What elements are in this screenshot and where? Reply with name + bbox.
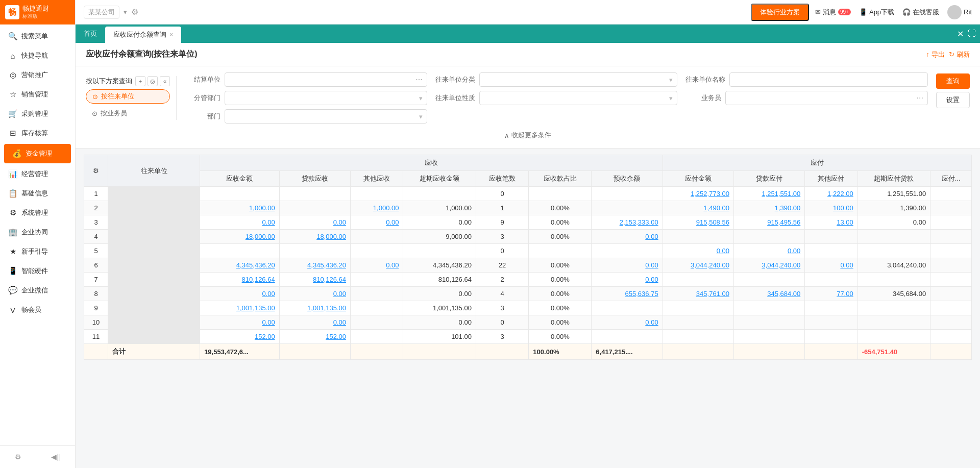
th-settings[interactable]: ⚙ — [84, 155, 108, 187]
row-cell[interactable] — [733, 230, 804, 244]
row-cell[interactable] — [663, 330, 733, 344]
row-cell[interactable]: 4,345,436.20 — [279, 258, 350, 273]
row-cell[interactable] — [351, 273, 403, 287]
row-cell[interactable]: 0.00 — [279, 315, 350, 330]
row-cell[interactable]: 345,684.00 — [733, 287, 804, 301]
row-cell[interactable] — [200, 187, 280, 201]
row-cell[interactable]: 0.00 — [663, 244, 733, 258]
row-cell[interactable]: 1,000.00 — [200, 201, 280, 215]
row-cell[interactable]: 915,495.56 — [733, 215, 804, 230]
row-cell[interactable] — [351, 187, 403, 201]
sidebar-item-marketing[interactable]: ◎ 营销推广 — [0, 65, 75, 85]
edit-scheme-button[interactable]: ◎ — [148, 76, 158, 86]
row-cell[interactable] — [351, 330, 403, 344]
row-cell[interactable]: 1,251,551.00 — [733, 187, 804, 201]
row-cell[interactable]: 0.00 — [592, 230, 663, 244]
row-cell[interactable] — [733, 273, 804, 287]
row-cell[interactable]: 810,126.64 — [200, 273, 280, 287]
row-cell[interactable]: 152.00 — [279, 330, 350, 344]
row-cell[interactable]: 0.00 — [592, 273, 663, 287]
row-cell[interactable]: 655,636.75 — [592, 287, 663, 301]
row-cell[interactable]: 3,044,240.00 — [663, 258, 733, 273]
sidebar-item-hardware[interactable]: 📱 智能硬件 — [0, 261, 75, 281]
sidebar-item-corp[interactable]: 🏢 企业协同 — [0, 223, 75, 242]
row-cell[interactable] — [592, 244, 663, 258]
row-cell[interactable]: 2,153,333.00 — [592, 215, 663, 230]
row-cell[interactable]: 1,000.00 — [351, 201, 403, 215]
row-cell[interactable]: 1,001,135.00 — [200, 301, 280, 315]
row-cell[interactable] — [805, 315, 857, 330]
row-cell[interactable]: 1,490.00 — [663, 201, 733, 215]
row-cell[interactable]: 77.00 — [805, 287, 857, 301]
row-cell[interactable] — [592, 330, 663, 344]
sidebar-item-vip[interactable]: V 畅会员 — [0, 300, 75, 319]
sidebar-item-nav[interactable]: ⌂ 快捷导航 — [0, 46, 75, 65]
sidebar-item-operations[interactable]: 📊 经营管理 — [0, 164, 75, 184]
sidebar-item-purchase[interactable]: 🛒 采购管理 — [0, 104, 75, 124]
tab-close-icon[interactable]: × — [169, 31, 173, 38]
input-unit-nature[interactable]: ▾ — [479, 91, 678, 105]
company-selector[interactable]: 某某公司 — [84, 6, 119, 19]
sidebar-item-basic[interactable]: 📋 基础信息 — [0, 184, 75, 203]
service-button[interactable]: 🎧 在线客服 — [902, 8, 939, 17]
row-cell[interactable]: 1,390.00 — [733, 201, 804, 215]
sidebar-item-system[interactable]: ⚙ 系统管理 — [0, 203, 75, 223]
tab-close-button[interactable]: ✕ — [957, 29, 964, 39]
search-option-salesman[interactable]: ⊙ 按业务员 — [86, 107, 170, 120]
row-cell[interactable]: 0.00 — [592, 258, 663, 273]
row-cell[interactable]: 18,000.00 — [200, 230, 280, 244]
row-cell[interactable] — [733, 330, 804, 344]
row-cell[interactable]: 100.00 — [805, 201, 857, 215]
input-department[interactable]: ▾ — [225, 109, 427, 124]
row-cell[interactable]: 1,252,773.00 — [663, 187, 733, 201]
more-scheme-button[interactable]: « — [160, 76, 170, 86]
row-cell[interactable]: 0.00 — [592, 315, 663, 330]
row-cell[interactable]: 0.00 — [279, 215, 350, 230]
row-cell[interactable]: 4,345,436.20 — [200, 258, 280, 273]
row-cell[interactable] — [592, 301, 663, 315]
input-dept[interactable]: ▾ — [225, 91, 427, 105]
input-settlement[interactable]: ··· — [225, 72, 427, 87]
row-cell[interactable]: 810,126.64 — [279, 273, 350, 287]
tab-arquery[interactable]: 应收应付余额查询 × — [105, 27, 181, 43]
row-cell[interactable]: 0.00 — [200, 215, 280, 230]
row-cell[interactable]: 915,508.56 — [663, 215, 733, 230]
export-button[interactable]: ↑ 导出 — [926, 50, 945, 59]
row-cell[interactable] — [279, 244, 350, 258]
row-cell[interactable]: 13.00 — [805, 215, 857, 230]
row-cell[interactable] — [351, 315, 403, 330]
row-cell[interactable] — [279, 201, 350, 215]
input-unit-name[interactable] — [729, 72, 928, 87]
row-cell[interactable]: 3,044,240.00 — [733, 258, 804, 273]
input-salesman[interactable]: ··· — [725, 91, 928, 105]
sidebar-settings-button[interactable]: ⚙ — [12, 450, 24, 464]
refresh-button[interactable]: ↻ 刷新 — [949, 50, 970, 59]
sidebar-item-inventory[interactable]: ⊟ 库存核算 — [0, 124, 75, 143]
row-cell[interactable] — [200, 244, 280, 258]
row-cell[interactable]: 0.00 — [200, 287, 280, 301]
sidebar-item-guide[interactable]: ★ 新手引导 — [0, 242, 75, 261]
row-cell[interactable] — [592, 187, 663, 201]
input-unit-category[interactable]: ▾ — [479, 72, 678, 87]
row-cell[interactable] — [733, 301, 804, 315]
row-cell[interactable] — [663, 273, 733, 287]
row-cell[interactable]: 0.00 — [805, 258, 857, 273]
row-cell[interactable] — [805, 330, 857, 344]
row-cell[interactable] — [805, 273, 857, 287]
row-cell[interactable]: 345,761.00 — [663, 287, 733, 301]
row-cell[interactable] — [663, 301, 733, 315]
row-cell[interactable] — [663, 315, 733, 330]
row-cell[interactable] — [279, 187, 350, 201]
row-cell[interactable]: 0.00 — [733, 244, 804, 258]
row-cell[interactable]: 1,001,135.00 — [279, 301, 350, 315]
row-cell[interactable] — [805, 230, 857, 244]
row-cell[interactable] — [351, 244, 403, 258]
app-download-button[interactable]: 📱 App下载 — [859, 8, 894, 17]
row-cell[interactable] — [351, 287, 403, 301]
tab-expand-button[interactable]: ⛶ — [968, 29, 976, 39]
collapse-button[interactable]: ∧ 收起更多条件 — [86, 129, 970, 142]
row-cell[interactable] — [592, 201, 663, 215]
add-scheme-button[interactable]: + — [135, 76, 145, 86]
row-cell[interactable]: 152.00 — [200, 330, 280, 344]
promo-button[interactable]: 体验行业方案 — [751, 4, 809, 21]
